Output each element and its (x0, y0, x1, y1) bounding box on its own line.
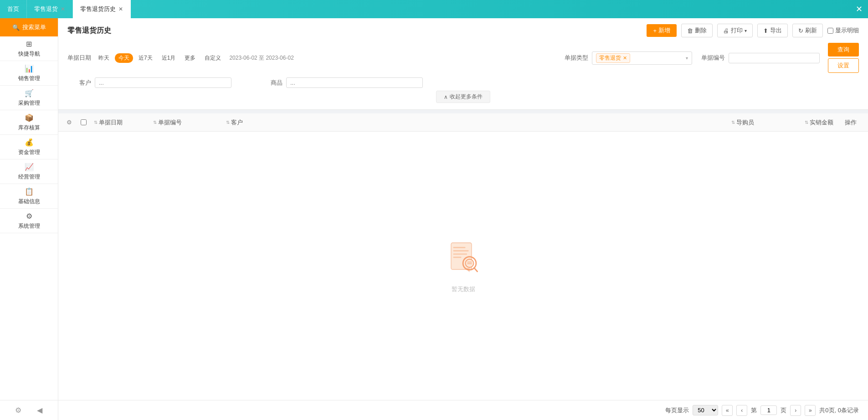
select-all-input[interactable] (81, 119, 87, 125)
search-icon: 🔍 (12, 24, 20, 31)
tab-retail-return[interactable]: 零售退货 ✕ (27, 0, 73, 18)
sort-customer-icon: ⇅ (226, 120, 230, 125)
tab-retail-return-close[interactable]: ✕ (61, 6, 65, 12)
bill-type-select[interactable]: 零售退货 ✕ ▾ (592, 51, 692, 65)
collapse-chevron-icon: ∧ (444, 94, 448, 100)
print-dropdown-icon: ▾ (745, 28, 747, 33)
customer-input[interactable] (95, 77, 231, 88)
bill-type-dropdown-icon: ▾ (686, 56, 688, 61)
first-page-button[interactable]: « (722, 405, 733, 416)
bill-type-label: 单据类型 (565, 54, 592, 62)
date-opt-today[interactable]: 今天 (115, 53, 133, 63)
sidebar-item-purchase-mgmt[interactable]: 🛒 采购管理 (0, 86, 58, 110)
query-button[interactable]: 查询 (828, 43, 859, 56)
goods-filter-label: 商品 (259, 79, 286, 87)
setup-button[interactable]: 设置 (828, 58, 859, 73)
next-page-button[interactable]: › (790, 405, 801, 416)
window-close-button[interactable]: ✕ (850, 0, 868, 18)
svg-rect-3 (453, 253, 467, 255)
date-opt-yesterday[interactable]: 昨天 (95, 53, 113, 63)
sidebar-item-finance[interactable]: 💰 资金管理 (0, 135, 58, 159)
sidebar-item-operations[interactable]: 📈 经营管理 (0, 159, 58, 184)
export-button[interactable]: ⬆ 导出 (757, 24, 788, 37)
plus-icon: + (653, 27, 657, 34)
tab-list: + 新增 首页 零售退货 ✕ 零售退货历史 ✕ (0, 0, 850, 18)
sidebar-item-sales-mgmt[interactable]: 📊 销售管理 (0, 61, 58, 86)
date-filter-label: 单据日期 (67, 54, 95, 62)
finance-icon: 💰 (25, 138, 34, 147)
sidebar-item-finance-label: 资金管理 (18, 149, 40, 156)
tab-retail-return-history[interactable]: 零售退货历史 ✕ (73, 0, 131, 18)
sales-mgmt-icon: 📊 (25, 64, 34, 73)
date-opt-1month[interactable]: 近1月 (158, 53, 180, 63)
date-opt-custom[interactable]: 自定义 (201, 53, 225, 63)
show-detail-checkbox-label[interactable]: 显示明细 (827, 26, 859, 35)
table-settings-icon[interactable]: ⚙ (62, 119, 77, 126)
quick-nav-icon: ⊞ (25, 39, 34, 48)
sidebar-item-quick-nav-label: 快捷导航 (18, 50, 40, 58)
sidebar-item-basic-info-label: 基础信息 (18, 198, 40, 205)
sort-amount-icon: ⇅ (805, 120, 808, 125)
sort-date-icon: ⇅ (94, 120, 98, 125)
collapse-button[interactable]: ∧ 收起更多条件 (436, 91, 490, 103)
table-select-all-checkbox[interactable] (77, 119, 90, 125)
pagination-bar: 每页显示 50 10 20 100 « ‹ 第 页 › » 共0页, 0条记录 (58, 400, 868, 420)
main-content: 零售退货历史 + 新增 🗑 删除 🖨 打印 ▾ (58, 18, 868, 420)
delete-button[interactable]: 🗑 删除 (681, 24, 713, 37)
page-number-input[interactable] (760, 405, 777, 415)
sidebar-item-system-mgmt[interactable]: ⚙ 系统管理 (0, 209, 58, 233)
date-opt-7days[interactable]: 近7天 (135, 53, 156, 63)
last-page-button[interactable]: » (805, 405, 816, 416)
svg-rect-1 (453, 247, 465, 248)
th-date[interactable]: ⇅ 单据日期 (90, 118, 149, 127)
goods-input[interactable] (286, 77, 423, 88)
th-guide[interactable]: ⇅ 导购员 (728, 118, 782, 127)
purchase-mgmt-icon: 🛒 (25, 88, 34, 97)
system-mgmt-icon: ⚙ (25, 211, 34, 220)
prev-page-button[interactable]: ‹ (736, 405, 747, 416)
sidebar-item-inventory[interactable]: 📦 库存核算 (0, 110, 58, 135)
per-page-label: 每页显示 (665, 406, 689, 415)
date-opt-more[interactable]: 更多 (181, 53, 199, 63)
empty-text: 暂无数据 (452, 285, 475, 293)
th-bill-no[interactable]: ⇅ 单据编号 (149, 118, 222, 127)
svg-line-7 (474, 267, 477, 271)
total-label: 共0页, 0条记录 (819, 406, 859, 415)
customer-filter-label: 客户 (67, 79, 95, 87)
th-amount[interactable]: ⇅ 实销金额 (782, 118, 837, 127)
sidebar-item-basic-info[interactable]: 📋 基础信息 (0, 184, 58, 209)
sort-bill-no-icon: ⇅ (153, 120, 157, 125)
per-page-select[interactable]: 50 10 20 100 (693, 405, 718, 415)
bill-no-input[interactable] (729, 53, 820, 63)
sidebar-item-purchase-mgmt-label: 采购管理 (18, 99, 40, 107)
sidebar-search-label: 搜索菜单 (22, 23, 46, 31)
sidebar-item-quick-nav[interactable]: ⊞ 快捷导航 (0, 36, 58, 61)
sidebar-item-sales-mgmt-label: 销售管理 (18, 75, 40, 82)
sidebar-item-operations-label: 经营管理 (18, 173, 40, 181)
sidebar-item-inventory-label: 库存核算 (18, 124, 40, 132)
th-customer[interactable]: ⇅ 客户 (222, 118, 728, 127)
print-button[interactable]: 🖨 打印 ▾ (717, 24, 753, 37)
page-title: 零售退货历史 (67, 26, 111, 36)
tab-home[interactable]: + 新增 首页 (0, 0, 27, 18)
refresh-button[interactable]: ↻ 刷新 (792, 24, 823, 37)
sidebar-collapse-button[interactable]: ◀ (33, 404, 46, 417)
table-area: ⚙ ⇅ 单据日期 ⇅ 单据编号 ⇅ 客户 ⇅ 导购员 (58, 113, 868, 400)
table-header: ⚙ ⇅ 单据日期 ⇅ 单据编号 ⇅ 客户 ⇅ 导购员 (58, 113, 868, 132)
page-header: 零售退货历史 + 新增 🗑 删除 🖨 打印 ▾ (58, 18, 868, 110)
sidebar-nav: ⊞ 快捷导航 📊 销售管理 🛒 采购管理 📦 库存核算 💰 资金管理 📈 (0, 36, 58, 400)
tab-retail-return-history-close[interactable]: ✕ (118, 6, 123, 12)
filter-row-1: 单据日期 昨天 今天 近7天 近1月 更多 自定义 2023-06-02 至 2… (67, 43, 859, 73)
operations-icon: 📈 (25, 162, 34, 171)
page-label: 第 (751, 406, 757, 415)
show-detail-checkbox[interactable] (827, 28, 833, 34)
toolbar-actions: + 新增 🗑 删除 🖨 打印 ▾ ⬆ 导出 (647, 24, 859, 37)
sidebar-bottom: ⚙ ◀ (0, 400, 58, 420)
sidebar-gear-button[interactable]: ⚙ (12, 404, 25, 417)
bill-no-label: 单据编号 (701, 54, 729, 62)
new-button[interactable]: + 新增 (647, 24, 677, 37)
page-title-bar: 零售退货历史 + 新增 🗑 删除 🖨 打印 ▾ (67, 24, 859, 37)
sidebar-search-button[interactable]: 🔍 搜索菜单 (0, 18, 58, 36)
bill-type-tag-close[interactable]: ✕ (623, 55, 627, 61)
filter-area: 单据日期 昨天 今天 近7天 近1月 更多 自定义 2023-06-02 至 2… (67, 43, 859, 109)
